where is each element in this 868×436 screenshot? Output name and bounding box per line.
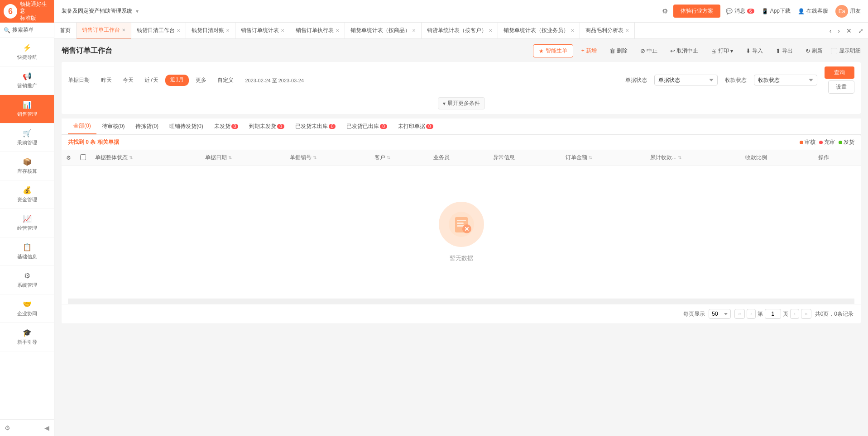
app-download-btn[interactable]: 📱 App下载 (762, 7, 791, 15)
page-size-select[interactable]: 50 10 20 100 (709, 309, 731, 319)
tab-close-sales-workbench[interactable]: ✕ (122, 28, 125, 33)
tab-nav-close-all[interactable]: ✕ (844, 25, 854, 36)
tab-sales-stat[interactable]: 销售订单统计表 ✕ (235, 23, 290, 39)
th-settings[interactable]: ⚙ (62, 150, 76, 166)
th-ratio: 收款比例 (741, 150, 814, 166)
expand-conditions-btn[interactable]: ▾ 展开更多条件 (438, 97, 485, 109)
tab-close-gross-profit[interactable]: ✕ (625, 28, 629, 33)
th-check[interactable] (76, 150, 91, 166)
tab-close-sales-stat[interactable]: ✕ (281, 28, 284, 33)
tab-sales-workbench[interactable]: 销售订单工作台 ✕ (77, 23, 131, 39)
tab-home[interactable]: 首页 (54, 23, 77, 39)
tab-sales-summary-staff[interactable]: 销货单统计表（按业务员） ✕ (498, 23, 580, 39)
sort-amount-icon[interactable]: ⇅ (589, 155, 592, 160)
sidebar-item-enterprise[interactable]: 🤝 企业协同 (0, 294, 54, 323)
tab-sales-summary-product[interactable]: 销货单统计表（按商品） ✕ (345, 23, 422, 39)
solution-button[interactable]: 体验行业方案 (673, 5, 720, 18)
sidebar-item-sales[interactable]: 📊 销售管理 (0, 95, 54, 123)
tab-sales-summary-customer[interactable]: 销货单统计表（按客户） ✕ (422, 23, 498, 39)
sub-tab-not-shipped[interactable]: 未发货0 (209, 119, 244, 134)
tab-close-summary-customer[interactable]: ✕ (489, 28, 492, 33)
result-count: 0 (86, 139, 89, 145)
payment-filter-select[interactable]: 收款状态 (754, 75, 817, 85)
tab-cash-reconcile[interactable]: 钱货日清对账 ✕ (186, 23, 235, 39)
date-btn-7days[interactable]: 近7天 (140, 75, 163, 86)
sub-tab-pending-review[interactable]: 待审核(0) (96, 119, 130, 134)
date-btn-yesterday[interactable]: 昨天 (97, 75, 116, 86)
next-page-btn[interactable]: › (790, 309, 799, 319)
tab-sales-exec[interactable]: 销售订单执行表 ✕ (290, 23, 345, 39)
tab-close-sales-exec[interactable]: ✕ (336, 28, 339, 33)
tab-nav-maximize[interactable]: ⤢ (855, 25, 866, 36)
sub-tab-wangpu[interactable]: 旺铺待发货(0) (164, 119, 209, 134)
status-filter-select[interactable]: 单据状态 (654, 75, 718, 85)
cancel-stop-button[interactable]: ↩ 取消中止 (666, 45, 703, 57)
quick-action-review[interactable]: 审核 (800, 138, 815, 146)
message-badge: 6 (747, 9, 754, 14)
sidebar-item-guide[interactable]: 🎓 新手引导 (0, 323, 54, 351)
show-detail-checkbox[interactable] (831, 48, 837, 54)
select-all-checkbox[interactable] (80, 154, 86, 160)
first-page-btn[interactable]: « (734, 309, 745, 319)
sidebar-item-purchase[interactable]: 🛒 采购管理 (0, 123, 54, 152)
sort-number-icon[interactable]: ⇅ (313, 155, 317, 160)
sub-tab-shipped-out[interactable]: 已发货已出库0 (341, 119, 393, 134)
quick-action-ship[interactable]: 发货 (839, 138, 854, 146)
export-button[interactable]: ⬆ 导出 (771, 45, 797, 57)
date-btn-custom[interactable]: 自定义 (213, 75, 238, 86)
import-button[interactable]: ⬇ 导入 (741, 45, 767, 57)
sub-tab-not-printed[interactable]: 未打印单据0 (393, 119, 439, 134)
sidebar-item-marketing[interactable]: 📢 营销推广 (0, 66, 54, 95)
stop-button[interactable]: ⊘ 中止 (636, 45, 662, 57)
tab-close-summary-staff[interactable]: ✕ (571, 28, 574, 33)
date-btn-today[interactable]: 今天 (119, 75, 138, 86)
sort-customer-icon[interactable]: ⇅ (387, 155, 390, 160)
sidebar-item-operation[interactable]: 📈 经营管理 (0, 209, 54, 237)
online-service-btn[interactable]: 👤 在线客服 (798, 7, 828, 15)
tab-nav-next[interactable]: › (835, 25, 843, 36)
delete-button[interactable]: 🗑 删除 (605, 45, 632, 57)
tab-nav-prev[interactable]: ‹ (827, 25, 834, 36)
sidebar-search-item[interactable]: 🔍 搜索菜单 (0, 23, 54, 38)
tab-cash-daily[interactable]: 钱货日清工作台 ✕ (131, 23, 186, 39)
topbar-setting-icon[interactable]: ⚙ (662, 7, 668, 15)
last-page-btn[interactable]: » (801, 309, 811, 319)
show-detail-group: 显示明细 (831, 47, 861, 55)
tab-gross-profit[interactable]: 商品毛利分析表 ✕ (580, 23, 635, 39)
message-btn[interactable]: 💬 消息 6 (726, 7, 754, 15)
sidebar-collapse-btn[interactable]: ◀ (44, 424, 49, 431)
page-number-input[interactable] (765, 309, 781, 319)
sidebar-item-inventory[interactable]: 📦 库存核算 (0, 152, 54, 180)
prev-page-btn[interactable]: ‹ (747, 309, 756, 319)
quick-action-cancel-review[interactable]: 充审 (819, 138, 835, 146)
sort-status-icon[interactable]: ⇅ (129, 155, 133, 160)
date-btn-more[interactable]: 更多 (192, 75, 211, 86)
refresh-button[interactable]: ↻ 刷新 (801, 45, 827, 57)
tab-close-summary-product[interactable]: ✕ (412, 28, 416, 33)
query-button[interactable]: 查询 (825, 66, 854, 79)
system-title: 装备及固定资产辅助管理系统 (62, 7, 132, 15)
sub-tab-pending-pickup[interactable]: 待拣货(0) (130, 119, 164, 134)
tab-close-cash-reconcile[interactable]: ✕ (226, 28, 230, 33)
sidebar-settings-btn[interactable]: ⚙ (5, 424, 10, 431)
sub-tab-all[interactable]: 全部(0) (68, 118, 96, 134)
add-button[interactable]: + 新增 (577, 45, 601, 57)
date-btn-1month[interactable]: 近1月 (165, 75, 189, 86)
sub-tab-shipped-not-out[interactable]: 已发货未出库0 (290, 119, 341, 134)
sort-date-icon[interactable]: ⇅ (228, 155, 232, 160)
print-button[interactable]: 🖨 打印 ▾ (706, 45, 738, 57)
sub-tab-overdue[interactable]: 到期未发货0 (244, 119, 290, 134)
sort-received-icon[interactable]: ⇅ (678, 155, 681, 160)
sidebar-item-finance[interactable]: 💰 资金管理 (0, 180, 54, 209)
user-menu[interactable]: Ea 用友 (835, 5, 861, 18)
set-button[interactable]: 设置 (828, 81, 854, 94)
horizontal-scrollbar[interactable] (68, 299, 854, 304)
tab-close-cash-daily[interactable]: ✕ (177, 28, 180, 33)
smart-create-button[interactable]: ★ 智能生单 (533, 44, 573, 57)
sidebar-item-basic[interactable]: 📋 基础信息 (0, 237, 54, 266)
sidebar-item-quick-nav[interactable]: ⚡ 快捷导航 (0, 38, 54, 66)
topbar-dropdown-icon[interactable]: ▾ (136, 8, 139, 14)
sidebar-item-system[interactable]: ⚙ 系统管理 (0, 266, 54, 294)
topbar-right: 💬 消息 6 📱 App下载 👤 在线客服 Ea 用友 (726, 5, 861, 18)
not-shipped-badge: 0 (231, 124, 239, 129)
